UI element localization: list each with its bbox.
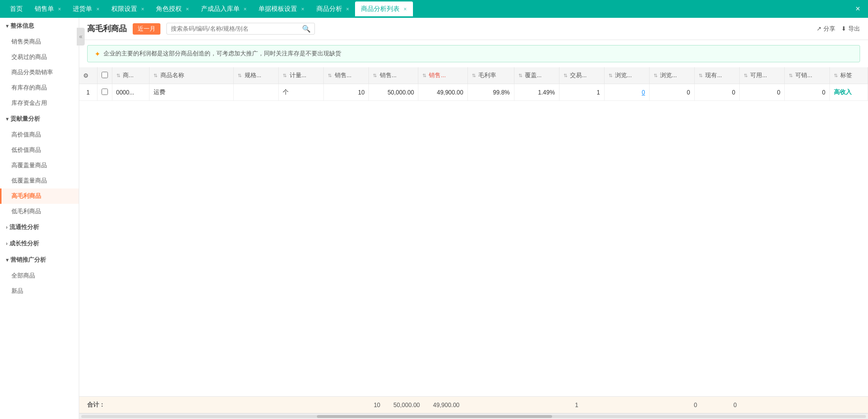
col-settings[interactable]: ⚙	[79, 67, 97, 84]
footer-sales-qty: 10	[345, 402, 384, 409]
footer-sales-amount: 50,000.00	[384, 402, 424, 409]
tab-product-analysis-list[interactable]: 商品分析列表 ×	[355, 1, 412, 16]
cell-views1[interactable]: 0	[604, 84, 649, 101]
sidebar-section-growth[interactable]: › 成长性分析	[0, 235, 79, 252]
row-checkbox[interactable]	[102, 89, 108, 95]
sidebar-item-low-coverage[interactable]: 低覆盖量商品	[0, 173, 79, 188]
table-row: 1 0000... 运费	[79, 84, 868, 101]
scrollbar-thumb[interactable]	[317, 415, 553, 418]
cell-index: 1	[79, 84, 97, 101]
tab-home[interactable]: 首页	[4, 1, 29, 16]
nav-close-all[interactable]: ×	[852, 2, 864, 15]
close-role-tab[interactable]: ×	[186, 6, 189, 12]
col-sales-qty[interactable]: ⇅ 销售...	[324, 67, 369, 84]
share-icon: ↗	[817, 25, 821, 32]
col-coverage[interactable]: ⇅ 覆盖...	[514, 67, 559, 84]
date-filter-button[interactable]: 近一月	[133, 23, 160, 35]
col-views2[interactable]: ⇅ 浏览...	[649, 67, 694, 84]
search-input[interactable]	[171, 25, 300, 32]
close-sales-tab[interactable]: ×	[58, 6, 61, 12]
sidebar-item-traded-goods[interactable]: 交易过的商品	[0, 49, 79, 65]
col-unit[interactable]: ⇅ 计量...	[279, 67, 324, 84]
table-header-row: ⚙ ⇅ 商... ⇅ 商品名称	[79, 67, 868, 84]
sidebar-item-new-goods[interactable]: 新品	[0, 283, 79, 299]
cell-saleable-stock: 0	[784, 84, 829, 101]
search-icon[interactable]: 🔍	[302, 25, 310, 33]
col-saleable-stock[interactable]: ⇅ 可销...	[784, 67, 829, 84]
close-product-inbound-tab[interactable]: ×	[244, 6, 247, 12]
horizontal-scrollbar[interactable]	[79, 413, 868, 419]
sidebar-section-overall[interactable]: ▾ 整体信息	[0, 18, 79, 34]
col-transactions[interactable]: ⇅ 交易...	[559, 67, 604, 84]
footer-label: 合计：	[87, 401, 176, 409]
main-layout: ▾ 整体信息 销售类商品 交易过的商品 商品分类助销率 有库存的商品 库存资金占…	[0, 18, 868, 419]
sort-icon-available-stock: ⇅	[744, 73, 748, 78]
table-container[interactable]: ⚙ ⇅ 商... ⇅ 商品名称	[79, 67, 868, 396]
tab-sales[interactable]: 销售单 ×	[29, 1, 67, 16]
sort-icon-name: ⇅	[153, 73, 157, 78]
sidebar-section-marketing[interactable]: ▾ 营销推广分析	[0, 252, 79, 268]
sort-icon-gross-margin: ⇅	[472, 73, 476, 78]
sidebar-item-sales-goods[interactable]: 销售类商品	[0, 34, 79, 49]
sidebar: ▾ 整体信息 销售类商品 交易过的商品 商品分类助销率 有库存的商品 库存资金占…	[0, 18, 79, 419]
col-name[interactable]: ⇅ 商品名称	[150, 67, 234, 84]
sidebar-item-category-sales-rate[interactable]: 商品分类助销率	[0, 65, 79, 80]
sort-icon-sales-amount: ⇅	[373, 73, 377, 78]
arrow-growth: ›	[6, 241, 7, 246]
close-template-tab[interactable]: ×	[301, 6, 304, 12]
tab-product-analysis[interactable]: 商品分析 ×	[310, 1, 355, 16]
sidebar-section-contribution[interactable]: ▾ 贡献量分析	[0, 111, 79, 127]
sort-icon-transactions: ⇅	[563, 73, 567, 78]
share-button[interactable]: ↗ 分享	[817, 25, 835, 33]
sidebar-section-liquidity[interactable]: › 流通性分析	[0, 219, 79, 235]
col-sales-profit[interactable]: ⇅ 销售...	[418, 67, 468, 84]
export-icon: ⬇	[841, 25, 846, 32]
footer-bar: 合计： 10 50,000.00 49,900.00 1 0 0	[79, 396, 868, 413]
sidebar-toggle-btn[interactable]: «	[79, 28, 85, 46]
close-permission-tab[interactable]: ×	[141, 6, 144, 12]
cell-code: 0000...	[112, 84, 150, 101]
sort-icon-current-stock: ⇅	[699, 73, 703, 78]
sidebar-item-in-stock-goods[interactable]: 有库存的商品	[0, 80, 79, 95]
sidebar-item-high-coverage[interactable]: 高覆盖量商品	[0, 158, 79, 173]
cell-gross-margin: 99.8%	[467, 84, 514, 101]
cell-unit: 个	[279, 84, 324, 101]
export-button[interactable]: ⬇ 导出	[841, 25, 860, 33]
sort-icon-sales-qty: ⇅	[328, 73, 332, 78]
col-spec[interactable]: ⇅ 规格...	[234, 67, 279, 84]
tab-purchase[interactable]: 进货单 ×	[67, 1, 105, 16]
header-actions: ↗ 分享 ⬇ 导出	[817, 25, 860, 33]
col-available-stock[interactable]: ⇅ 可用...	[739, 67, 784, 84]
search-box: 🔍	[166, 23, 315, 35]
sidebar-item-stock-capital[interactable]: 库存资金占用	[0, 95, 79, 111]
sort-icon-tag: ⇅	[834, 73, 838, 78]
col-views1[interactable]: ⇅ 浏览...	[604, 67, 649, 84]
sidebar-item-low-value[interactable]: 低价值商品	[0, 142, 79, 158]
settings-icon[interactable]: ⚙	[83, 72, 89, 79]
sidebar-item-high-margin[interactable]: 高毛利商品	[0, 188, 79, 204]
col-sales-amount[interactable]: ⇅ 销售...	[369, 67, 418, 84]
content-header: « 高毛利商品 近一月 🔍 ↗ 分享 ⬇ 导出	[79, 18, 868, 40]
close-product-analysis-tab[interactable]: ×	[346, 6, 349, 12]
arrow-overall: ▾	[6, 23, 8, 29]
close-product-analysis-list-tab[interactable]: ×	[404, 6, 407, 12]
tab-template[interactable]: 单据模板设置 ×	[253, 1, 310, 16]
sidebar-item-low-margin[interactable]: 低毛利商品	[0, 204, 79, 219]
select-all-checkbox[interactable]	[102, 72, 108, 78]
sidebar-item-high-value[interactable]: 高价值商品	[0, 127, 79, 142]
sidebar-item-all-goods[interactable]: 全部商品	[0, 268, 79, 283]
col-gross-margin[interactable]: ⇅ 毛利率	[467, 67, 514, 84]
col-current-stock[interactable]: ⇅ 现有...	[694, 67, 739, 84]
col-code[interactable]: ⇅ 商...	[112, 67, 150, 84]
arrow-marketing: ▾	[6, 257, 8, 263]
sort-icon-coverage: ⇅	[518, 73, 522, 78]
sort-icon-sales-profit: ⇅	[422, 73, 426, 78]
scrollbar-track[interactable]	[81, 415, 866, 418]
tab-role[interactable]: 角色授权 ×	[150, 1, 195, 16]
close-purchase-tab[interactable]: ×	[96, 6, 99, 12]
col-tag[interactable]: ⇅ 标签	[829, 67, 868, 84]
tab-permission[interactable]: 权限设置 ×	[105, 1, 150, 16]
cell-checkbox[interactable]	[97, 84, 112, 101]
tab-product-inbound[interactable]: 产成品入库单 ×	[195, 1, 253, 16]
sort-icon-spec: ⇅	[238, 73, 242, 78]
